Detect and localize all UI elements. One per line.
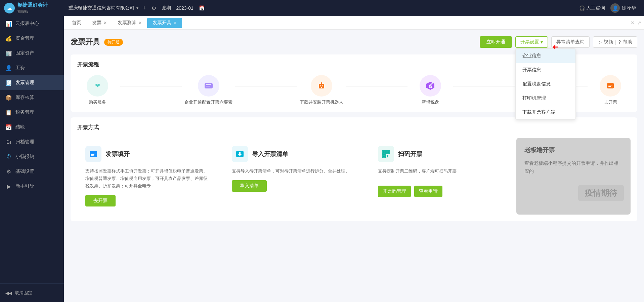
main-content: 发票开具 待开通 立即开通 开票设置 ▾ ➜ 企业信息 开票信息 配置税盘信息: [64, 30, 644, 302]
invoice-label: 去开票: [604, 99, 617, 105]
dropdown-item-enterprise[interactable]: 企业信息: [516, 49, 575, 63]
sidebar-item-yunbao[interactable]: 📊 云报表中心: [0, 16, 64, 31]
connector-4: [453, 86, 515, 86]
tab-fapiaocesu-close[interactable]: ✕: [138, 21, 142, 25]
zijin-icon: 💰: [5, 35, 12, 42]
sidebar-label-jiezhang: 结账: [15, 124, 25, 130]
sidebar-label-shuiwu: 税务管理: [15, 109, 34, 115]
cancel-fixed-label: 取消固定: [15, 290, 32, 296]
sidebar-label-yunbao: 云报表中心: [15, 21, 39, 27]
svg-rect-15: [608, 86, 611, 87]
import-desc: 支持导入待开票清单，可对待开票清单进行拆分、合并处理。: [232, 167, 357, 175]
sidebar-item-fapiao[interactable]: 🧾 发票管理: [0, 75, 64, 90]
method-card-import: 导入开票清单 支持导入待开票清单，可对待开票清单进行拆分、合并处理。 导入清单: [224, 138, 365, 215]
boss-pending-text: 疫情期待: [585, 188, 617, 197]
period-value: 2023-01: [176, 5, 194, 11]
sidebar-label-xinshouyindao: 新手引导: [15, 183, 34, 189]
invoice-icon: [600, 75, 621, 97]
help-icon: ?: [618, 39, 621, 45]
app-title: 畅捷通好会计: [17, 2, 48, 8]
sidebar-label-gongzi: 工资: [15, 65, 25, 71]
company-selector[interactable]: 重庆畅捷交通信息咨询有限公司 ▾: [69, 5, 138, 11]
scan-qr-button[interactable]: 开票码管理: [378, 186, 411, 197]
sidebar-item-gudingzichan[interactable]: 🏢 固定资产: [0, 46, 64, 61]
svg-rect-27: [383, 155, 385, 157]
status-badge: 待开通: [104, 39, 123, 46]
method-card-scan: 扫码开票 支持定制开票二维码，客户端可扫码开票 开票码管理 查看申请: [370, 138, 511, 215]
right-actions: 🎧 人工咨询 👤 徐泽华: [579, 3, 636, 13]
avatar: 👤: [610, 3, 620, 13]
add-icon[interactable]: +: [142, 5, 146, 12]
connector-3: [346, 86, 407, 86]
sidebar-item-shuiwu[interactable]: 📋 税务管理: [0, 105, 64, 120]
sidebar-item-guidang[interactable]: 🗂 归档管理: [0, 135, 64, 149]
settings-dropdown-container: 开票设置 ▾ ➜ 企业信息 开票信息 配置税盘信息 打印机管理 下载开票客户端: [515, 36, 548, 48]
svg-text:+: +: [431, 82, 433, 85]
process-step-robot: 下载并安装开票机器人: [300, 75, 343, 105]
company-name: 重庆畅捷交通信息咨询有限公司: [69, 5, 134, 11]
tab-fapiaokaiqu[interactable]: 发票开具 ✕: [147, 18, 182, 28]
robot-label: 下载并安装开票机器人: [300, 99, 343, 105]
scan-icon: [378, 146, 394, 162]
topbar-actions: + ⚙ 账期 2023-01 📅: [142, 5, 205, 12]
calendar-icon[interactable]: 📅: [199, 5, 205, 11]
sidebar-item-gongzi[interactable]: 👤 工资: [0, 61, 64, 75]
dropdown-item-download-client[interactable]: 下载开票客户端: [516, 105, 575, 119]
user-area[interactable]: 👤 徐泽华: [610, 3, 636, 13]
fill-desc: 支持按照发票样式手工填开发票；可开具增值税电子普通发票、增值税普通发票、增值税专…: [85, 167, 210, 190]
consult-button[interactable]: 🎧 人工咨询: [579, 5, 605, 11]
headset-icon: 🎧: [579, 5, 585, 11]
tab-close-all: ✕ ⤢: [631, 20, 641, 26]
guidang-icon: 🗂: [5, 139, 12, 145]
svg-rect-29: [386, 155, 389, 155]
method-import-header: 导入开票清单: [232, 146, 357, 162]
tab-fapiao-close[interactable]: ✕: [103, 21, 107, 25]
tab-home[interactable]: 首页: [67, 18, 87, 28]
page-header: 发票开具 待开通 立即开通 开票设置 ▾ ➜ 企业信息 开票信息 配置税盘信息: [71, 36, 637, 48]
sidebar-scroll: 📊 云报表中心 💰 资金管理 🏢 固定资产 👤 工资 🧾 发票管理 📦 库存核算…: [0, 16, 64, 284]
svg-rect-18: [91, 154, 94, 155]
close-all-icon[interactable]: ✕: [631, 20, 635, 26]
dropdown-item-tax-disk[interactable]: 配置税盘信息: [516, 77, 575, 91]
sidebar-item-jiezhang[interactable]: 📅 结账: [0, 120, 64, 135]
tab-fapiao[interactable]: 发票 ✕: [87, 18, 112, 28]
tab-fapiao-label: 发票: [92, 20, 101, 26]
tab-fapiaocesu[interactable]: 发票测算 ✕: [112, 18, 147, 28]
sidebar: 📊 云报表中心 💰 资金管理 🏢 固定资产 👤 工资 🧾 发票管理 📦 库存核算…: [0, 16, 64, 302]
sidebar-item-kucun[interactable]: 📦 库存核算: [0, 90, 64, 105]
sidebar-label-kucun: 库存核算: [15, 95, 34, 101]
method-scan-header: 扫码开票: [378, 146, 503, 162]
sidebar-item-zijin[interactable]: 💰 资金管理: [0, 31, 64, 46]
maximize-icon[interactable]: ⤢: [637, 20, 641, 26]
red-arrow-indicator: ➜: [553, 43, 559, 51]
dropdown-item-invoice-info[interactable]: 开票信息: [516, 63, 575, 77]
guding-icon: 🏢: [5, 50, 12, 56]
tab-home-label: 首页: [72, 20, 81, 26]
username: 徐泽华: [622, 5, 636, 11]
methods-grid: 发票填开 支持按照发票样式手工填开发票；可开具增值税电子普通发票、增值税普通发票…: [77, 138, 631, 215]
config-label: 企业开通配置开票六要素: [184, 99, 232, 105]
sidebar-label-zijin: 资金管理: [15, 35, 34, 41]
import-list-button[interactable]: 导入清单: [232, 180, 267, 192]
dropdown-item-printer[interactable]: 打印机管理: [516, 91, 575, 105]
sidebar-item-jichushezhi[interactable]: ⚙ 基础设置: [0, 164, 64, 179]
sidebar-label-xiaochang: 小畅报销: [15, 154, 34, 160]
fill-invoice-button[interactable]: 去开票: [85, 195, 116, 206]
app-badge: 旗舰版: [17, 9, 48, 14]
xiaochang-icon: ©: [5, 153, 12, 160]
video-button[interactable]: ▷ 视频 | ? 帮助: [593, 36, 637, 48]
scan-view-button[interactable]: 查看申请: [414, 186, 442, 197]
svg-rect-26: [387, 151, 389, 153]
yunbao-icon: 📊: [5, 20, 12, 27]
settings-button[interactable]: 开票设置 ▾: [515, 36, 548, 48]
tab-fapiaokaiqu-label: 发票开具: [153, 20, 171, 26]
method-card-boss: 老板端开票 查看老板端小程序提交的开票申请，并作出相应的 疫情期待: [516, 138, 631, 215]
tab-fapiaokaiqu-close[interactable]: ✕: [173, 21, 177, 25]
sidebar-item-xinshouyindao[interactable]: ▶ 新手引导: [0, 179, 64, 194]
settings-icon[interactable]: ⚙: [152, 5, 156, 11]
cancel-fixed-button[interactable]: ◀◀ 取消固定: [0, 287, 64, 299]
activate-button[interactable]: 立即开通: [480, 36, 512, 48]
svg-rect-14: [608, 85, 612, 85]
sidebar-item-xiaochang[interactable]: © 小畅报销: [0, 149, 64, 164]
svg-rect-6: [320, 85, 321, 86]
